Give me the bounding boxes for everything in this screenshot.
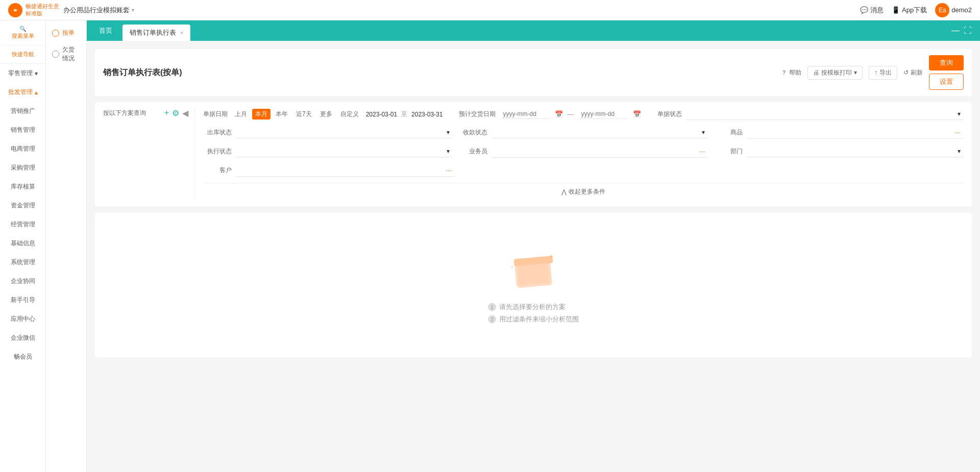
date-tab-more[interactable]: 更多 [317, 109, 335, 120]
tip-num-1: 1 [488, 303, 496, 311]
payment-status-label: 收款状态 [459, 128, 487, 137]
tab-home[interactable]: 首页 [91, 20, 120, 41]
sub-menu-item-order[interactable]: 按单 [46, 25, 86, 41]
collapse-filter-button[interactable]: ◀ [182, 108, 188, 118]
doc-status-chevron-icon: ▾ [958, 110, 961, 117]
edit-filter-button[interactable]: ⚙ [172, 108, 179, 118]
left-sidebar: 🔍 搜索菜单 快捷导航 零售管理 ▾ 批发管理 ▴ 营销推广 [0, 20, 46, 472]
sidebar-item-operations[interactable]: 经营管理 [0, 215, 45, 234]
query-settings-group: 查询 设置 [929, 55, 964, 90]
top-bar: 畅捷通好生意 标准版 办公用品行业模拟账套 ▾ 💬 消息 📱 App下载 Ea … [0, 0, 980, 20]
date-tab-custom[interactable]: 自定义 [337, 109, 362, 120]
salesperson-item: 业务员 ··· [459, 145, 708, 158]
stock-status-select[interactable]: ▾ [236, 127, 453, 138]
exec-status-chevron-icon: ▾ [447, 148, 450, 155]
app-download-action[interactable]: 📱 App下载 [892, 6, 927, 15]
collapse-icon: ⋀ [561, 188, 567, 196]
message-action[interactable]: 💬 消息 [860, 6, 884, 15]
sidebar-wrapper: 🔍 搜索菜单 快捷导航 零售管理 ▾ 批发管理 ▴ 营销推广 [0, 20, 87, 472]
sub-menu: 按单 欠货情况 [46, 20, 87, 472]
user-profile[interactable]: Ea demo2 [935, 3, 972, 17]
search-menu[interactable]: 🔍 搜索菜单 [0, 20, 45, 45]
date-tab-7days[interactable]: 近7天 [293, 109, 315, 120]
goods-label: 商品 [714, 128, 743, 137]
sidebar-item-retail[interactable]: 零售管理 ▾ [0, 64, 45, 83]
company-selector[interactable]: 办公用品行业模拟账套 ▾ [63, 6, 134, 15]
logo-icon [8, 3, 22, 17]
sidebar-item-system[interactable]: 系统管理 [0, 253, 45, 272]
exec-status-label: 执行状态 [203, 147, 232, 156]
shortcut-nav[interactable]: 快捷导航 [0, 45, 45, 64]
doc-status-select[interactable]: ▾ [686, 108, 964, 120]
sidebar-item-sales[interactable]: 销售管理 [0, 121, 45, 139]
date-tab-current-year[interactable]: 本年 [273, 109, 291, 120]
expected-date-from-input[interactable] [500, 109, 551, 119]
customer-label: 客户 [203, 166, 232, 175]
exec-status-select[interactable]: ▾ [236, 146, 453, 157]
filter-row-4: 客户 ··· [203, 164, 964, 177]
maximize-button[interactable]: ⛶ [964, 26, 972, 35]
doc-status-label: 单据状态 [657, 110, 682, 119]
company-name: 办公用品行业模拟账套 [63, 6, 130, 15]
app-download-icon: 📱 [892, 6, 900, 14]
sidebar-item-member[interactable]: 畅会员 [0, 347, 45, 366]
empty-state-illustration: ✦ ✦ [503, 243, 564, 294]
goods-dots-button[interactable]: ··· [954, 128, 961, 136]
sidebar-item-newuser[interactable]: 新手引导 [0, 291, 45, 310]
search-icon: 🔍 [4, 26, 41, 32]
goods-field: ··· [747, 126, 964, 139]
payment-status-item: 收款状态 ▾ [459, 126, 708, 139]
template-print-button[interactable]: 🖨 按模板打印 ▾ [807, 66, 863, 80]
sidebar-item-inventory[interactable]: 库存核算 [0, 177, 45, 196]
calendar-to-icon[interactable]: 📅 [633, 110, 641, 118]
expected-date-range-separator: — [567, 110, 574, 118]
empty-tip-2: 2 用过滤条件来缩小分析范围 [488, 315, 579, 324]
sub-circle-order-icon [52, 30, 59, 37]
tip-num-2: 2 [488, 315, 496, 323]
sidebar-item-purchase[interactable]: 采购管理 [0, 158, 45, 177]
help-button[interactable]: ？ 帮助 [781, 68, 801, 77]
date-tab-current-month[interactable]: 本月 [252, 109, 271, 120]
department-select[interactable]: ▾ [747, 146, 964, 157]
payment-status-select[interactable]: ▾ [492, 127, 708, 138]
date-tab-last-month[interactable]: 上月 [232, 109, 250, 120]
add-filter-button[interactable]: + [164, 108, 169, 118]
top-bar-left: 畅捷通好生意 标准版 办公用品行业模拟账套 ▾ [8, 3, 134, 17]
sidebar-item-wechat[interactable]: 企业微信 [0, 328, 45, 347]
settings-button[interactable]: 设置 [929, 74, 964, 90]
sub-menu-item-debt[interactable]: 欠货情况 [46, 41, 86, 67]
export-button[interactable]: ↑ 导出 [869, 66, 897, 80]
tab-sales-order[interactable]: 销售订单执行表 × [122, 25, 190, 41]
message-icon: 💬 [860, 6, 868, 14]
customer-item: 客户 ··· [203, 164, 455, 177]
query-button[interactable]: 查询 [929, 55, 964, 70]
expected-date-to-input[interactable] [578, 109, 629, 119]
sidebar-item-finance[interactable]: 资金管理 [0, 196, 45, 215]
filter-row-2: 出库状态 ▾ 收款状态 ▾ [203, 126, 964, 139]
salesperson-dots-button[interactable]: ··· [699, 147, 705, 155]
customer-dots-button[interactable]: ··· [446, 166, 452, 174]
sidebar-item-marketing[interactable]: 营销推广 [0, 102, 45, 121]
date-range: 2023-03-01 至 2023-03-31 [366, 110, 443, 119]
calendar-from-icon[interactable]: 📅 [555, 110, 563, 118]
empty-tip-1: 1 请先选择要分析的方案 [488, 302, 579, 312]
empty-state: ✦ ✦ 1 请先选择要分析的方案 2 用过滤条件来缩小分析范围 [95, 213, 972, 358]
salesperson-label: 业务员 [459, 147, 487, 156]
sidebar-item-cooperation[interactable]: 企业协同 [0, 272, 45, 291]
sidebar-item-ecommerce[interactable]: 电商管理 [0, 139, 45, 158]
empty-state-text: 1 请先选择要分析的方案 2 用过滤条件来缩小分析范围 [488, 302, 579, 327]
sidebar-item-apps[interactable]: 应用中心 [0, 310, 45, 328]
tab-close-icon[interactable]: × [180, 30, 183, 36]
filter-sidebar: 按以下方案查询 + ⚙ ◀ [103, 108, 195, 200]
filter-panel: 按以下方案查询 + ⚙ ◀ 单据日期 [95, 102, 972, 206]
main-layout: 🔍 搜索菜单 快捷导航 零售管理 ▾ 批发管理 ▴ 营销推广 [0, 20, 980, 472]
page-content: 销售订单执行表(按单) ？ 帮助 🖨 按模板打印 ▾ ↑ 导出 [87, 41, 980, 472]
refresh-button[interactable]: ↺ 刷新 [903, 68, 923, 77]
help-icon: ？ [781, 68, 787, 77]
sidebar-item-wholesale[interactable]: 批发管理 ▴ [0, 83, 45, 102]
sidebar-item-basic[interactable]: 基础信息 [0, 234, 45, 253]
stock-status-item: 出库状态 ▾ [203, 126, 453, 139]
customer-field: ··· [236, 164, 455, 177]
collapse-more-button[interactable]: ⋀ 收起更多条件 [561, 187, 605, 196]
minimize-button[interactable]: — [951, 26, 960, 35]
